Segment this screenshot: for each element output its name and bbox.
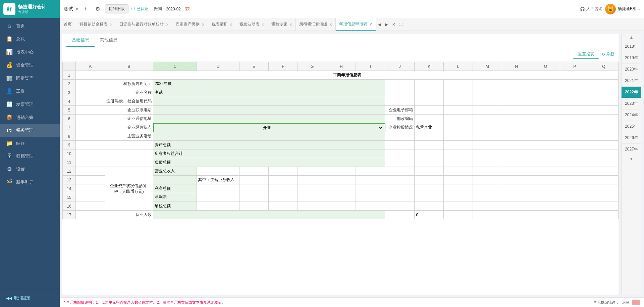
cell-10-C[interactable]: 所有者权益合计 [153,149,385,158]
sidebar-item-结账[interactable]: 📁结账 [0,137,60,150]
cell-6-K[interactable] [415,115,444,123]
cell-15-5[interactable] [239,193,269,202]
cell-12-13[interactable] [473,167,502,176]
cell-16-14[interactable] [502,202,531,211]
tab-7[interactable]: 所得税汇算清缴× [296,18,336,31]
cell-10-17[interactable] [589,149,619,158]
sidebar-item-报表中心[interactable]: 📊报表中心 [0,45,60,58]
reset-report-btn[interactable]: 重置报表 [573,50,599,59]
cell-3-15[interactable] [531,88,560,97]
cell-16-9[interactable] [356,202,385,211]
cell-14-C[interactable]: 利润总额 [153,184,197,193]
cell-6-15[interactable] [531,115,560,123]
cell-17-K[interactable]: 0 [415,211,444,219]
cell-13-8[interactable] [327,176,356,184]
cell-16-10[interactable] [385,202,415,211]
tab-close-1[interactable]: × [110,22,112,27]
cell-5-K[interactable] [415,106,444,115]
cell-12-8[interactable] [327,167,356,176]
cell-7-16[interactable] [560,123,589,132]
cell-5-12[interactable] [444,106,473,115]
tab-close-8[interactable]: × [369,22,372,27]
cell-15-C[interactable]: 净利润 [153,193,197,202]
cell-14-14[interactable] [502,184,531,193]
cell-4-16[interactable] [560,97,589,106]
cell-7-C[interactable]: 开业 [153,123,385,132]
cell-13-17[interactable] [589,176,619,184]
cell-17-17[interactable] [589,211,619,219]
cell-3-C[interactable]: 测试 [153,88,385,97]
cell-13-7[interactable] [298,176,327,184]
cell-17-C[interactable] [153,211,385,219]
cell-14-17[interactable] [589,184,619,193]
topbar-dropdown-icon[interactable]: ▾ [76,6,78,12]
cell-7-K[interactable]: 私营企业 [415,123,444,132]
cell-13-12[interactable] [444,176,473,184]
cell-3-K[interactable] [415,88,444,97]
cell-4-K[interactable] [415,97,444,106]
cell-17-14[interactable] [502,211,531,219]
cell-16-13[interactable] [473,202,502,211]
cell-15-12[interactable] [444,193,473,202]
cell-9-14[interactable] [502,141,531,149]
cell-5-16[interactable] [560,106,589,115]
cell-5-15[interactable] [531,106,560,115]
cell-8-16[interactable] [560,132,589,141]
cell-6-16[interactable] [560,115,589,123]
cell-14-13[interactable] [473,184,502,193]
cell-15-17[interactable] [589,193,619,202]
cell-5-17[interactable] [589,106,619,115]
year-item-2023年[interactable]: 2023年 [622,98,641,109]
cell-10-13[interactable] [473,149,502,158]
cell-3-16[interactable] [560,88,589,97]
cell-14-8[interactable] [327,184,356,193]
tabbar-expand-btn[interactable]: ⛶ [397,18,405,31]
cell-15-15[interactable] [531,193,560,202]
tab-4[interactable]: 税表清册× [208,18,236,31]
sidebar-item-新手引导[interactable]: 🎬新手引导 [0,176,60,189]
cell-7-17[interactable] [589,123,619,132]
cell-9-12[interactable] [444,141,473,149]
cell-13-C[interactable] [153,176,197,184]
cell-9-15[interactable] [531,141,560,149]
cell-12-17[interactable] [589,167,619,176]
cell-11-13[interactable] [473,158,502,167]
cell-13-11[interactable] [415,176,444,184]
cell-7-15[interactable] [531,123,560,132]
cell-13-16[interactable] [560,176,589,184]
cell-13-5[interactable] [239,176,269,184]
cell-9-17[interactable] [589,141,619,149]
cell-15-14[interactable] [502,193,531,202]
cell-13-13[interactable] [473,176,502,184]
sidebar-item-设置[interactable]: ⚙设置 [0,163,60,176]
cell-10-K[interactable] [415,149,444,158]
cell-10-12[interactable] [444,149,473,158]
cell-14-11[interactable] [415,184,444,193]
cell-6-C[interactable] [153,115,385,123]
cell-3-14[interactable] [502,88,531,97]
cell-9-13[interactable] [473,141,502,149]
dropdown-business-status[interactable]: 开业 [155,125,383,130]
cell-15-4[interactable] [197,193,239,202]
cell-4-14[interactable] [502,97,531,106]
cell-11-K[interactable] [415,158,444,167]
cell-16-11[interactable] [415,202,444,211]
cell-12-15[interactable] [531,167,560,176]
cell-15-9[interactable] [356,193,385,202]
cell-12-7[interactable] [298,167,327,176]
cell-13-D[interactable]: 其中：主营业务收入 [197,176,239,184]
cell-4-C[interactable] [153,97,385,106]
tab-3[interactable]: 固定资产类别× [172,18,208,31]
topbar-settings-btn[interactable]: ⚙ [93,4,102,14]
cell-12-14[interactable] [502,167,531,176]
cell-7-12[interactable] [444,123,473,132]
cell-16-8[interactable] [327,202,356,211]
cell-14-4[interactable] [197,184,239,193]
cell-6-17[interactable] [589,115,619,123]
cell-8-17[interactable] [589,132,619,141]
cell-14-10[interactable] [385,184,415,193]
cell-17-16[interactable] [560,211,589,219]
cell-14-15[interactable] [531,184,560,193]
cell-3-12[interactable] [444,88,473,97]
cell-15-8[interactable] [327,193,356,202]
